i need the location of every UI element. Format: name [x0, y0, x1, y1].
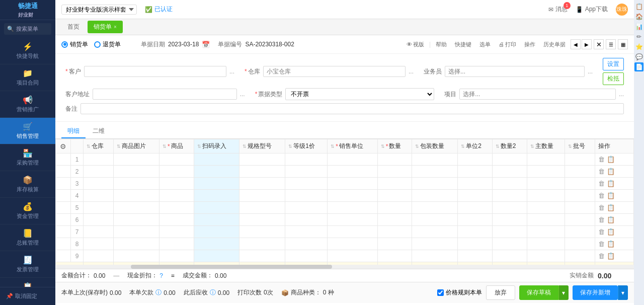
row-delete-icon[interactable]: 🗑: [598, 216, 605, 223]
shortcut-button[interactable]: 快捷键: [452, 40, 474, 49]
row-scan[interactable]: [194, 238, 239, 250]
th-batch[interactable]: ⇅批号: [565, 139, 595, 154]
th-main-qty[interactable]: ⇅主数量: [527, 139, 565, 154]
project-more-icon[interactable]: ...: [619, 91, 624, 98]
customer-addr-input[interactable]: [93, 89, 237, 100]
row-spec[interactable]: [239, 226, 285, 238]
row-copy-icon[interactable]: 📋: [607, 216, 615, 223]
row-sales-unit[interactable]: [328, 178, 377, 190]
help-button[interactable]: 帮助: [433, 40, 450, 49]
save-new-dropdown[interactable]: ▾: [618, 285, 628, 300]
row-sales-unit[interactable]: [328, 214, 377, 226]
row-quantity[interactable]: [377, 178, 412, 190]
row-product[interactable]: [159, 166, 194, 178]
row-warehouse[interactable]: [84, 190, 114, 202]
save-draft-dropdown[interactable]: ▾: [558, 285, 569, 300]
row-grade1-price[interactable]: [285, 154, 328, 166]
row-spec[interactable]: [239, 214, 285, 226]
customer-more-icon[interactable]: ...: [229, 68, 234, 75]
row-copy-icon[interactable]: 📋: [607, 156, 615, 163]
row-spec[interactable]: [239, 190, 285, 202]
sidebar-item-finance[interactable]: 💰 资金管理: [0, 198, 55, 224]
row-batch[interactable]: [565, 190, 595, 202]
row-grade1-price[interactable]: [285, 178, 328, 190]
row-pack-qty[interactable]: [412, 226, 458, 238]
right-panel-icon-active[interactable]: 📄: [634, 62, 643, 71]
right-panel-icon-1[interactable]: 📋: [634, 2, 643, 11]
row-grade1-price[interactable]: [285, 166, 328, 178]
row-unit2[interactable]: [458, 250, 493, 262]
row-product-img[interactable]: [114, 154, 159, 166]
row-product-img[interactable]: [114, 250, 159, 262]
row-batch[interactable]: [565, 166, 595, 178]
row-delete-icon[interactable]: 🗑: [598, 228, 605, 236]
row-spec[interactable]: [239, 166, 285, 178]
row-qty2[interactable]: [492, 214, 527, 226]
th-grade1-price[interactable]: ⇅等级1价: [285, 139, 328, 154]
tab-home[interactable]: 首页: [61, 21, 86, 33]
row-scan[interactable]: [194, 202, 239, 214]
row-copy-icon[interactable]: 📋: [607, 180, 615, 187]
row-spec[interactable]: [239, 154, 285, 166]
save-draft-button[interactable]: 保存草稿: [519, 285, 558, 300]
row-sales-unit[interactable]: [328, 202, 377, 214]
row-scan[interactable]: [194, 226, 239, 238]
row-qty2[interactable]: [492, 190, 527, 202]
row-delete-icon[interactable]: 🗑: [598, 192, 605, 199]
note-input[interactable]: [80, 103, 624, 114]
ops-button[interactable]: 操作: [521, 40, 538, 49]
sidebar-item-purchase[interactable]: 🏪 采购管理: [0, 144, 55, 171]
row-pack-qty[interactable]: [412, 238, 458, 250]
row-delete-icon[interactable]: 🗑: [598, 180, 605, 187]
invoice-type-select[interactable]: 不开票: [285, 88, 434, 100]
th-unit2[interactable]: ⇅单位2: [458, 139, 493, 154]
row-grade1-price[interactable]: [285, 238, 328, 250]
row-unit2[interactable]: [458, 154, 493, 166]
row-main-qty[interactable]: [527, 250, 565, 262]
salesperson-more-icon[interactable]: ...: [588, 68, 593, 75]
row-quantity[interactable]: [377, 250, 412, 262]
row-scan[interactable]: [194, 178, 239, 190]
row-scan[interactable]: [194, 166, 239, 178]
row-unit2[interactable]: [458, 178, 493, 190]
calendar-icon[interactable]: 📅: [202, 41, 210, 48]
add-button[interactable]: 检抵: [603, 72, 624, 85]
sidebar-item-marketing[interactable]: 📢 营销推广: [0, 91, 55, 118]
row-product-img[interactable]: [114, 238, 159, 250]
row-qty2[interactable]: [492, 154, 527, 166]
row-batch[interactable]: [565, 226, 595, 238]
row-batch[interactable]: [565, 250, 595, 262]
row-quantity[interactable]: [377, 214, 412, 226]
row-sales-unit[interactable]: [328, 154, 377, 166]
prev-tab-button[interactable]: ◀: [571, 39, 581, 49]
row-copy-icon[interactable]: 📋: [607, 168, 615, 175]
row-delete-icon[interactable]: 🗑: [598, 156, 605, 163]
view-button[interactable]: 👁 视版: [404, 40, 427, 49]
row-copy-icon[interactable]: 📋: [607, 204, 615, 211]
row-grade1-price[interactable]: [285, 202, 328, 214]
row-pack-qty[interactable]: [412, 154, 458, 166]
table-scrollbar-thumb[interactable]: [131, 265, 332, 269]
row-product-img[interactable]: [114, 226, 159, 238]
right-panel-icon-5[interactable]: ⭐: [634, 42, 643, 51]
radio-sales[interactable]: 销货单: [61, 40, 88, 49]
sidebar-item-tax[interactable]: 📋 税务管理: [0, 278, 55, 287]
row-qty2[interactable]: [492, 202, 527, 214]
row-pack-qty[interactable]: [412, 190, 458, 202]
project-input[interactable]: [459, 89, 616, 100]
row-unit2[interactable]: [458, 190, 493, 202]
messages-button[interactable]: ✉ 消息 1: [548, 5, 568, 14]
th-product-img[interactable]: ⇅商品图片: [114, 139, 159, 154]
layout-list-button[interactable]: ☰: [606, 39, 616, 49]
row-batch[interactable]: [565, 238, 595, 250]
salesperson-input[interactable]: [445, 66, 585, 77]
row-warehouse[interactable]: [84, 214, 114, 226]
row-spec[interactable]: [239, 178, 285, 190]
row-warehouse[interactable]: [84, 238, 114, 250]
row-batch[interactable]: [565, 214, 595, 226]
row-spec[interactable]: [239, 202, 285, 214]
row-quantity[interactable]: [377, 190, 412, 202]
row-main-qty[interactable]: [527, 190, 565, 202]
row-product[interactable]: [159, 154, 194, 166]
row-copy-icon[interactable]: 📋: [607, 252, 615, 260]
